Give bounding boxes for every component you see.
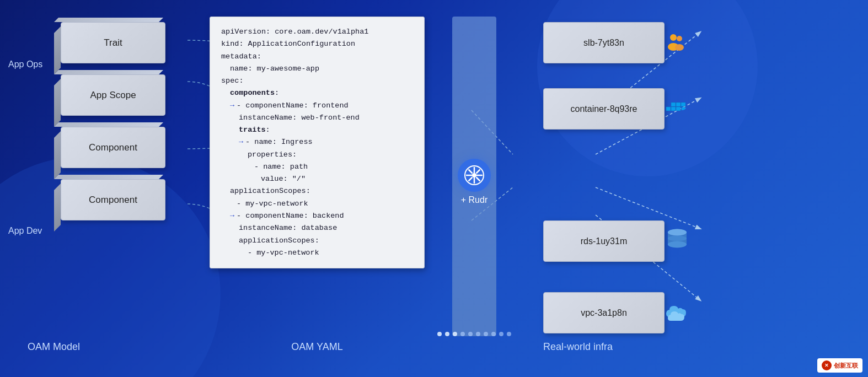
database-icon: [666, 228, 688, 252]
container-label: container-8q93re: [571, 104, 637, 114]
realworld-section: slb-7yt83n container-8q93re: [532, 11, 862, 353]
yaml-line-11: properties:: [221, 149, 413, 161]
users-icon: [666, 32, 686, 52]
oam-model-section: App Ops App Dev Trait App Scope Componen…: [6, 11, 204, 353]
dot-6: [476, 332, 480, 336]
svg-rect-17: [671, 107, 676, 111]
trait-label: Trait: [104, 37, 122, 49]
yaml-line-7: → - componentName: frontend: [221, 100, 413, 112]
k8s-logo-container: + Rudr: [458, 159, 491, 205]
component1-box-wrapper: Component: [61, 127, 165, 168]
yaml-line-8: instanceName: web-front-end: [221, 112, 413, 124]
svg-point-15: [675, 44, 684, 51]
dot-1: [437, 332, 442, 336]
app-dev-label: App Dev: [8, 226, 42, 236]
yaml-line-3: metadata:: [221, 51, 413, 63]
watermark-text: 创新互联: [834, 362, 858, 370]
yaml-line-2: kind: ApplicationConfiguration: [221, 38, 413, 50]
yaml-section: apiVersion: core.oam.dev/v1alpha1 kind: …: [210, 11, 425, 353]
yaml-line-10: → - name: Ingress: [221, 136, 413, 148]
yaml-line-6: components:: [221, 87, 413, 99]
yaml-box: apiVersion: core.oam.dev/v1alpha1 kind: …: [210, 17, 425, 268]
yaml-line-19: - my-vpc-network: [221, 247, 413, 259]
svg-point-24: [668, 241, 687, 247]
svg-point-25: [668, 229, 687, 235]
dot-8: [491, 332, 496, 336]
dot-3: [453, 332, 457, 336]
app-scope-box-wrapper: App Scope: [61, 74, 165, 116]
yaml-line-9: traits:: [221, 124, 413, 136]
main-container: App Ops App Dev Trait App Scope Componen…: [0, 0, 868, 377]
svg-rect-20: [676, 103, 681, 106]
k8s-logo: [458, 159, 491, 192]
dot-4: [460, 332, 465, 336]
rds-label: rds-1uy31m: [581, 236, 627, 246]
dot-7: [484, 332, 488, 336]
oam-model-label: OAM Model: [28, 341, 80, 353]
container-card: container-8q93re: [543, 88, 665, 130]
yaml-line-4: name: my-awesome-app: [221, 63, 413, 75]
watermark: ✕ 创新互联: [817, 358, 862, 373]
watermark-icon: ✕: [822, 360, 832, 370]
component2-label: Component: [89, 195, 137, 206]
yaml-line-17: instanceName: database: [221, 222, 413, 234]
yaml-line-5: spec:: [221, 75, 413, 87]
component2-box: Component: [61, 179, 165, 220]
yaml-line-14: applicationScopes:: [221, 185, 413, 197]
dots-row: [437, 332, 511, 336]
app-scope-label: App Scope: [90, 90, 136, 101]
dot-9: [499, 332, 503, 336]
component1-box: Component: [61, 127, 165, 168]
svg-point-12: [670, 34, 677, 41]
realworld-label: Real-world infra: [543, 341, 613, 353]
svg-point-13: [677, 36, 682, 41]
yaml-line-15: - my-vpc-network: [221, 198, 413, 210]
dot-5: [468, 332, 473, 336]
yaml-label: OAM YAML: [291, 341, 342, 353]
component2-box-wrapper: Component: [61, 179, 165, 220]
vpc-card: vpc-3a1p8n: [543, 292, 665, 333]
trait-box-wrapper: Trait: [61, 22, 165, 63]
model-boxes: Trait App Scope Component Component: [61, 22, 165, 220]
yaml-line-12: - name: path: [221, 161, 413, 173]
cloud-icon: [664, 301, 688, 322]
yaml-line-16: → - componentName: backend: [221, 210, 413, 222]
svg-point-3: [472, 173, 476, 177]
slb-card: slb-7yt83n: [543, 22, 665, 63]
svg-rect-18: [676, 107, 681, 111]
k8s-logo-icon: [464, 165, 485, 186]
svg-point-26: [668, 235, 687, 241]
dot-2: [445, 332, 449, 336]
svg-rect-19: [671, 103, 676, 106]
app-scope-box: App Scope: [61, 74, 165, 116]
app-ops-label: App Ops: [8, 60, 42, 69]
dot-10: [507, 332, 511, 336]
vpc-label: vpc-3a1p8n: [581, 308, 627, 318]
component1-label: Component: [89, 142, 137, 153]
svg-rect-21: [681, 103, 685, 106]
trait-box: Trait: [61, 22, 165, 63]
docker-icon: [665, 98, 688, 118]
k8s-section: + Rudr: [433, 11, 516, 353]
svg-rect-16: [666, 107, 671, 111]
slb-label: slb-7yt83n: [583, 38, 624, 48]
yaml-line-13: value: "/": [221, 173, 413, 185]
rds-card: rds-1uy31m: [543, 220, 665, 262]
k8s-plus-rudr-label: + Rudr: [461, 195, 487, 205]
yaml-line-18: applicationScopes:: [221, 235, 413, 247]
yaml-line-1: apiVersion: core.oam.dev/v1alpha1: [221, 26, 413, 38]
